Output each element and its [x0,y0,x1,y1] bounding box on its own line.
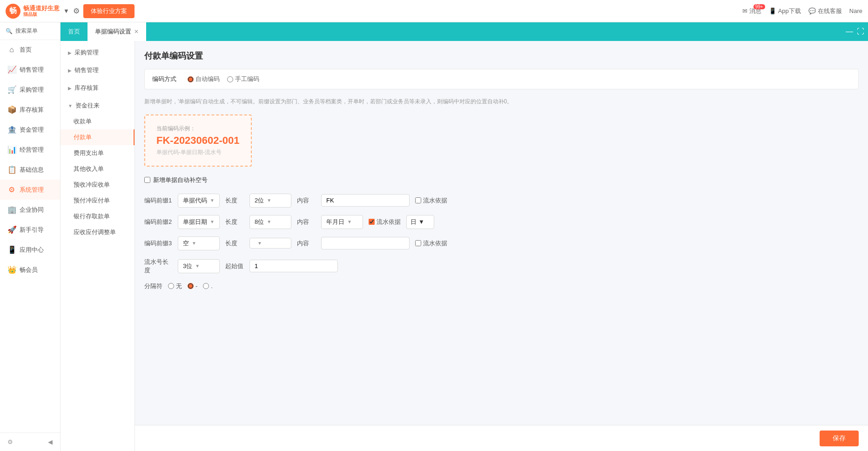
message-button[interactable]: ✉ 消息 99+ [742,7,761,15]
sep-dash-option[interactable]: - [188,283,197,289]
sidebar-search[interactable]: 🔍 搜索菜单 [0,22,60,40]
sidebar-item-label: 基础信息 [20,166,44,174]
prefix3-select[interactable]: 空 ▼ [178,236,220,250]
sub-sidebar: ▶ 采购管理 ▶ 销售管理 ▶ 库存核算 [61,41,135,451]
serial-length-label: 流水号长度 [144,258,172,275]
content2-select[interactable]: 年月日 ▼ [321,215,363,229]
sep-none-option[interactable]: 无 [168,282,182,290]
start-value-input[interactable] [249,260,338,272]
logo-sub: 猫品版 [23,12,60,17]
sub-item-receipt[interactable]: 收款单 [61,114,135,129]
stream3-checkbox-row: 流水依据 [415,239,447,248]
logo-area: 畅 畅通道好生意 猫品版 [6,4,60,19]
guide-icon: 🚀 [7,225,16,234]
main-area: 首页 单据编码设置 ✕ — ⛶ ▶ 采购管理 [61,22,868,451]
prefix3-label: 编码前缀3 [144,239,172,248]
manual-encoding-option[interactable]: 手工编码 [227,75,259,83]
tab-home[interactable]: 首页 [61,22,87,41]
dropdown-icon: ▼ [195,263,200,269]
sep-dot-option[interactable]: . [203,283,213,289]
sidebar-item-sales[interactable]: 📈 销售管理 [0,60,60,80]
user-button[interactable]: Nare [849,7,862,14]
prefix2-row: 编码前缀2 单据日期 ▼ 长度 8位 ▼ 内容 年月日 [144,215,859,229]
content3-input[interactable] [321,237,410,249]
tab-home-label: 首页 [68,27,80,36]
sub-group-sales-title[interactable]: ▶ 销售管理 [61,62,135,78]
length1-select[interactable]: 2位 ▼ [249,194,291,208]
stream1-checkbox[interactable] [415,197,421,203]
sidebar-item-system[interactable]: ⚙ 系统管理 [0,180,60,200]
sidebar-nav: ⌂ 首页 📈 销售管理 🛒 采购管理 📦 库存核算 🏦 资金管理 📊 经营 [0,40,60,432]
page-title: 付款单编码设置 [144,50,859,61]
sub-item-bank-deposit[interactable]: 银行存取款单 [61,209,135,224]
apps-icon: 📱 [7,245,16,254]
sidebar-item-label: 库存核算 [20,106,44,114]
manual-encoding-radio[interactable] [227,76,233,82]
content2-label: 内容 [297,218,316,226]
sub-group-inventory-title[interactable]: ▶ 库存核算 [61,80,135,96]
length2-select[interactable]: 8位 ▼ [249,215,291,229]
sub-item-prepay-payable[interactable]: 预付冲应付单 [61,193,135,209]
sidebar-item-apps[interactable]: 📱 应用中心 [0,240,60,260]
tab-encoding[interactable]: 单据编码设置 ✕ [87,22,146,41]
sidebar-item-label: 经营管理 [20,146,44,154]
system-icon: ⚙ [7,185,16,194]
sidebar-item-finance[interactable]: 🏦 资金管理 [0,120,60,140]
sub-item-other-income[interactable]: 其他收入单 [61,161,135,177]
auto-fill-checkbox[interactable] [144,177,150,183]
stream2-checkbox[interactable] [369,219,375,225]
preview-label: 当前编码示例： [156,125,240,133]
logo-text: 畅通道好生意 猫品版 [23,5,60,18]
dropdown-icon: ▼ [210,219,215,224]
sub-group-purchase-title[interactable]: ▶ 采购管理 [61,45,135,61]
enterprise-icon: 🏢 [7,205,16,214]
length3-select[interactable]: ▼ [249,238,291,249]
tab-close-icon[interactable]: ✕ [134,28,139,35]
sep-dot-radio[interactable] [203,283,209,289]
auto-encoding-option[interactable]: 自动编码 [188,75,220,83]
sidebar-item-enterprise[interactable]: 🏢 企业协同 [0,200,60,220]
auto-encoding-radio[interactable] [188,76,194,82]
logo-main: 畅通道好生意 [23,5,60,12]
serial-row: 流水号长度 3位 ▼ 起始值 [144,258,859,275]
sep-none-label: 无 [176,282,182,290]
message-badge: 99+ [754,4,765,9]
prefix2-select[interactable]: 单据日期 ▼ [178,215,220,229]
sidebar-item-basic[interactable]: 📋 基础信息 [0,160,60,180]
sidebar-settings-icon[interactable]: ⚙ [7,438,13,445]
prefix1-select[interactable]: 单据代码 ▼ [178,194,220,208]
sidebar-item-home[interactable]: ⌂ 首页 [0,40,60,60]
serial-length-select[interactable]: 3位 ▼ [178,259,220,273]
encoding-method-label: 编码方式 [152,75,176,83]
sub-item-payment[interactable]: 付款单 [61,129,135,145]
chevron-down-icon: ▼ [63,7,69,14]
tab-minimize-icon[interactable]: — [846,27,853,36]
app-download-button[interactable]: 📱 App下载 [769,7,801,15]
sidebar-item-purchase[interactable]: 🛒 采购管理 [0,80,60,100]
sub-group-sales-label: 销售管理 [74,66,99,74]
member-icon: 👑 [7,265,16,274]
sidebar-item-operation[interactable]: 📊 经营管理 [0,140,60,160]
search-icon: 🔍 [6,28,13,34]
sep-dash-radio[interactable] [188,283,194,289]
save-button[interactable]: 保存 [820,431,859,446]
sub-group-sales: ▶ 销售管理 [61,62,135,78]
dropdown-icon: ▼ [267,198,271,203]
sep-none-radio[interactable] [168,283,174,289]
sub-item-prepay-receivable[interactable]: 预收冲应收单 [61,177,135,193]
content1-input[interactable] [321,194,410,207]
tab-expand-icon[interactable]: ⛶ [857,27,864,36]
online-service-button[interactable]: 💬 在线客服 [808,7,842,15]
industry-button[interactable]: 体验行业方案 [83,4,135,18]
stream2-unit-select[interactable]: 日 ▼ [406,215,434,229]
sidebar-item-member[interactable]: 👑 畅会员 [0,260,60,280]
sub-group-fund-title[interactable]: ▼ 资金往来 [61,98,135,114]
sub-item-payable-adjust[interactable]: 应收应付调整单 [61,224,135,240]
topbar-dropdown[interactable]: ▼ [63,7,69,14]
stream3-checkbox[interactable] [415,240,421,246]
sidebar-collapse-icon[interactable]: ◀ [48,438,53,445]
sidebar-item-inventory[interactable]: 📦 库存核算 [0,100,60,120]
sidebar-item-guide[interactable]: 🚀 新手引导 [0,220,60,240]
sub-item-expense[interactable]: 费用支出单 [61,145,135,161]
settings-icon[interactable]: ⚙ [73,7,80,15]
